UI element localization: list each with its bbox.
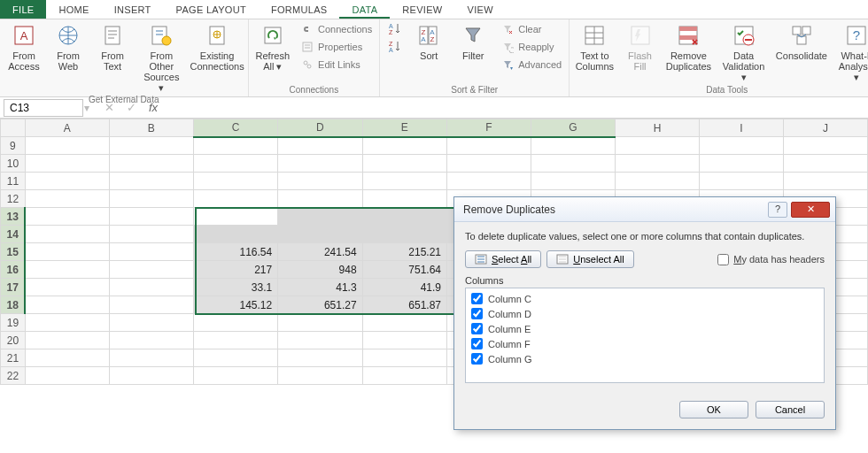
cell-F11[interactable] [447,173,531,190]
data-validation-button[interactable]: DataValidation ▾ [718,21,769,82]
col-header-I[interactable]: I [699,119,783,137]
column-checkbox-1[interactable] [471,308,483,319]
cell-C9[interactable] [193,137,277,155]
cell-C14[interactable] [193,226,277,243]
connections-button[interactable]: Connections [298,21,374,37]
cell-A20[interactable] [25,332,109,349]
cell-A15[interactable] [25,243,109,261]
cell-E14[interactable] [362,226,446,243]
text-to-columns-button[interactable]: Text toColumns [575,21,614,72]
cell-H10[interactable] [615,155,699,173]
namebox-dropdown-icon[interactable]: ▾ [83,102,90,114]
cell-G10[interactable] [531,155,616,173]
cell-E11[interactable] [362,173,446,190]
fx-icon[interactable]: fx [149,101,158,114]
cell-B12[interactable] [109,190,193,208]
col-header-D[interactable]: D [278,119,362,137]
cell-C12[interactable] [193,190,277,208]
cell-A12[interactable] [25,190,109,208]
cell-E13[interactable] [362,208,446,226]
existing-connections-button[interactable]: ExistingConnections [192,21,243,72]
advanced-filter-button[interactable]: Advanced [499,57,563,73]
cell-F9[interactable] [447,137,531,155]
dialog-help-button[interactable]: ? [768,202,787,218]
col-header-C[interactable]: C [193,119,277,137]
cell-A16[interactable] [25,261,109,279]
cell-D15[interactable]: 241.54 [278,243,362,261]
cell-A10[interactable] [25,155,109,173]
dialog-titlebar[interactable]: Remove Duplicates ? ✕ [454,197,835,222]
column-checkbox-0[interactable] [471,293,483,304]
cell-E22[interactable] [362,367,446,385]
cell-A22[interactable] [25,367,109,385]
from-web-button[interactable]: FromWeb [50,21,87,72]
sort-desc-button[interactable]: ZA [385,39,403,55]
cell-B15[interactable] [109,243,193,261]
cell-D12[interactable] [278,190,362,208]
cell-A13[interactable] [25,208,109,226]
headers-checkbox[interactable] [717,254,729,265]
cell-B9[interactable] [109,137,193,155]
cell-J10[interactable] [783,155,867,173]
cell-B20[interactable] [109,332,193,349]
sort-asc-button[interactable]: AZ [385,21,403,37]
tab-file[interactable]: FILE [0,0,46,19]
row-header-20[interactable]: 20 [1,332,26,349]
from-other-sources-button[interactable]: From OtherSources ▾ [138,21,185,93]
row-header-18[interactable]: 18 [1,296,26,314]
row-header-9[interactable]: 9 [1,137,26,155]
cell-E12[interactable] [362,190,446,208]
cell-E10[interactable] [362,155,446,173]
from-access-button[interactable]: AFromAccess [5,21,43,72]
column-item-2[interactable]: Column E [471,321,818,336]
cell-B16[interactable] [109,261,193,279]
cell-E19[interactable] [362,314,446,332]
cell-B10[interactable] [109,155,193,173]
cell-D21[interactable] [278,349,362,367]
cell-A21[interactable] [25,349,109,367]
column-checkbox-4[interactable] [471,353,483,365]
cell-I11[interactable] [699,173,783,190]
cell-D9[interactable] [278,137,362,155]
cell-B14[interactable] [109,226,193,243]
cell-D16[interactable]: 948 [278,261,362,279]
whatif-button[interactable]: ?What-IfAnalysis ▾ [834,21,868,82]
cell-E18[interactable]: 651.87 [362,296,446,314]
refresh-all-button[interactable]: RefreshAll ▾ [254,21,292,72]
filter-button[interactable]: Filter [454,21,492,61]
cell-C13[interactable] [193,208,277,226]
row-header-21[interactable]: 21 [1,349,26,367]
col-header-E[interactable]: E [362,119,446,137]
cell-D17[interactable]: 41.3 [278,279,362,296]
cell-B11[interactable] [109,173,193,190]
col-header-H[interactable]: H [615,119,699,137]
tab-view[interactable]: VIEW [455,0,506,19]
cell-C19[interactable] [193,314,277,332]
columns-list[interactable]: Column CColumn DColumn EColumn FColumn G [465,288,825,383]
col-header-J[interactable]: J [783,119,867,137]
cell-C18[interactable]: 145.12 [193,296,277,314]
column-item-0[interactable]: Column C [471,291,818,306]
cell-A9[interactable] [25,137,109,155]
column-item-1[interactable]: Column D [471,306,818,321]
cell-D14[interactable] [278,226,362,243]
cell-G9[interactable] [531,137,616,155]
row-header-22[interactable]: 22 [1,367,26,385]
column-checkbox-2[interactable] [471,323,483,334]
cell-J11[interactable] [783,173,867,190]
column-checkbox-3[interactable] [471,338,483,349]
enter-formula-icon[interactable]: ✓ [127,101,136,114]
cell-A14[interactable] [25,226,109,243]
cell-H11[interactable] [615,173,699,190]
col-header-G[interactable]: G [531,119,616,137]
dialog-close-button[interactable]: ✕ [791,202,830,218]
cell-D19[interactable] [278,314,362,332]
cancel-button[interactable]: Cancel [756,401,825,418]
cell-E15[interactable]: 215.21 [362,243,446,261]
clear-filter-button[interactable]: Clear [499,21,563,37]
cell-D20[interactable] [278,332,362,349]
row-header-16[interactable]: 16 [1,261,26,279]
row-header-15[interactable]: 15 [1,243,26,261]
tab-home[interactable]: HOME [46,0,101,19]
row-header-17[interactable]: 17 [1,279,26,296]
